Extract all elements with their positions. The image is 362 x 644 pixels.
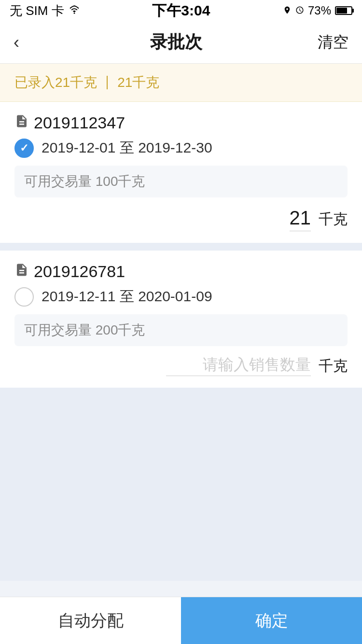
nav-bar: ‹ 录批次 清空: [0, 21, 362, 64]
bottom-bar: 自动分配 确定: [0, 597, 362, 644]
confirm-button[interactable]: 确定: [181, 597, 362, 644]
summary-divider: [107, 76, 108, 89]
summary-total: 21千克: [117, 73, 159, 92]
available-qty-1: 可用交易量 100千克: [14, 166, 348, 197]
input-row-2: 千克: [0, 346, 362, 388]
summary-recorded: 已录入21千克: [14, 73, 97, 92]
doc-icon-2: [14, 263, 29, 281]
page-title: 录批次: [150, 30, 202, 54]
empty-area: [0, 388, 362, 581]
auto-distribute-button[interactable]: 自动分配: [0, 597, 181, 644]
alarm-icon: [295, 4, 304, 17]
batch-radio-2[interactable]: [14, 287, 34, 307]
status-bar: 无 SIM 卡 下午3:04 73%: [0, 0, 362, 21]
svg-point-0: [73, 12, 75, 14]
back-button[interactable]: ‹: [14, 32, 42, 53]
qty-input-2[interactable]: [166, 356, 311, 376]
batch-date-row-1: 2019-12-01 至 2019-12-30: [14, 138, 348, 158]
status-time: 下午3:04: [152, 1, 210, 21]
battery-icon: [335, 6, 352, 15]
wifi-icon: [69, 3, 80, 18]
content-area: 2019112347 2019-12-01 至 2019-12-30 可用交易量…: [0, 102, 362, 628]
batch-date-1: 2019-12-01 至 2019-12-30: [42, 138, 212, 158]
batch-header-1: 2019112347: [14, 113, 348, 132]
unit-label-2: 千克: [319, 356, 348, 376]
batch-date-row-2: 2019-12-11 至 2020-01-09: [14, 287, 348, 307]
carrier-label: 无 SIM 卡: [10, 2, 64, 19]
batch-card-1: 2019112347 2019-12-01 至 2019-12-30 可用交易量…: [0, 102, 362, 197]
batch-radio-1[interactable]: [14, 139, 34, 158]
amount-row-1: 21 千克: [0, 197, 362, 243]
section-divider: [0, 243, 362, 251]
batch-card-2: 2019126781 2019-12-11 至 2020-01-09 可用交易量…: [0, 251, 362, 346]
batch-header-2: 2019126781: [14, 262, 348, 281]
status-left: 无 SIM 卡: [10, 2, 80, 19]
status-right: 73%: [283, 4, 352, 17]
summary-bar: 已录入21千克 21千克: [0, 64, 362, 102]
amount-value-1[interactable]: 21: [290, 207, 311, 231]
amount-unit-1: 千克: [319, 210, 348, 229]
location-icon: [283, 4, 292, 17]
battery-percent: 73%: [308, 4, 331, 17]
batch-id-1: 2019112347: [34, 113, 125, 132]
batch-date-2: 2019-12-11 至 2020-01-09: [42, 287, 212, 307]
available-qty-2: 可用交易量 200千克: [14, 314, 348, 346]
batch-id-2: 2019126781: [34, 262, 125, 281]
doc-icon-1: [14, 114, 29, 132]
clear-button[interactable]: 清空: [310, 32, 348, 53]
